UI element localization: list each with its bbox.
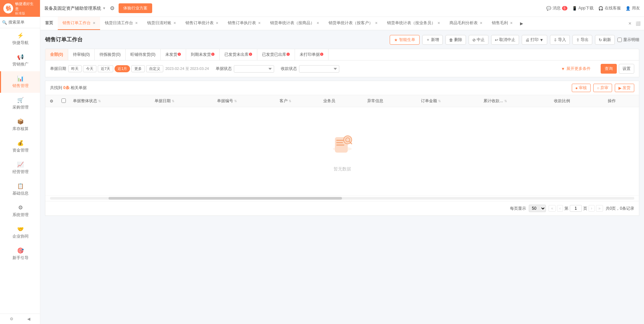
select-all-checkbox[interactable] xyxy=(61,98,66,103)
stop-btn[interactable]: ⊘ 中止 xyxy=(469,35,488,45)
page-input[interactable] xyxy=(570,205,582,212)
sidebar-item-operation[interactable]: 📈 经营管理 xyxy=(0,157,40,179)
tab-close-cash-reconcile[interactable]: ✕ xyxy=(173,21,176,25)
first-page-btn[interactable]: « xyxy=(549,205,556,212)
filter-status-select[interactable] xyxy=(234,65,274,73)
sidebar-item-search[interactable]: 🔍 搜索菜单 xyxy=(0,17,40,28)
sort-amount-icon[interactable]: ⇅ xyxy=(438,99,441,103)
message-badge: 6 xyxy=(562,6,567,10)
pagination-bar: 每页显示 10 20 50 100 « ‹ 第 页 › » 共0页，0条记录 xyxy=(45,201,639,215)
date-btn-yesterday[interactable]: 昨天 xyxy=(68,65,82,72)
tab-close-stats-staff[interactable]: ✕ xyxy=(437,21,440,25)
tab-close-stats-customer[interactable]: ✕ xyxy=(375,21,378,25)
tab-close-gross-profit[interactable]: ✕ xyxy=(480,21,482,25)
app-download-item[interactable]: 📱 App下载 xyxy=(572,5,594,11)
tab-sales-stats[interactable]: 销售订单统计表 ✕ xyxy=(181,17,223,30)
filter-settings-btn[interactable]: 设置 xyxy=(619,64,634,74)
import-btn[interactable]: ⇩ 导入 xyxy=(550,35,570,45)
sidebar-item-basic-info[interactable]: 📋 基础信息 xyxy=(0,179,40,200)
sort-date-icon[interactable]: ⇅ xyxy=(172,99,174,103)
tab-cash-reconcile[interactable]: 钱货日清对账 ✕ xyxy=(142,17,181,30)
date-btn-1month[interactable]: 近1月 xyxy=(115,65,130,72)
settings-bottom-icon[interactable]: ⚙ xyxy=(10,317,13,321)
refresh-btn[interactable]: ↻ 刷新 xyxy=(595,35,615,45)
batch-review-btn[interactable]: ● 审核 xyxy=(572,84,591,92)
subtab-pending-review[interactable]: 待审核(0) xyxy=(68,49,95,60)
industry-btn[interactable]: 体验行业方案 xyxy=(119,3,152,13)
subtab-wangpu-ship[interactable]: 旺铺待发货(0) xyxy=(126,49,161,60)
tab-sales-stats-customer[interactable]: 销货单统计表（按客户） ✕ xyxy=(324,17,382,30)
tab-close-stats-product[interactable]: ✕ xyxy=(316,21,319,25)
tab-sales-more[interactable]: 销售毛利 ✕ xyxy=(487,17,517,30)
smart-create-btn[interactable]: ★ 智能生单 xyxy=(390,35,420,45)
date-btn-today[interactable]: 今天 xyxy=(83,65,96,72)
date-btn-custom[interactable]: 自定义 xyxy=(146,65,163,72)
tab-sales-stats-product[interactable]: 销货单统计表（按商品） ✕ xyxy=(265,17,324,30)
subtab-shipped-not-in[interactable]: 已发货未出库❶ xyxy=(220,49,257,60)
date-btn-more[interactable]: 更多 xyxy=(131,65,145,72)
tab-home[interactable]: 首页 xyxy=(40,17,58,30)
tabbar-close-all-icon[interactable]: ✕ xyxy=(627,21,633,27)
expand-more-btn[interactable]: ▼ 展开更多条件 xyxy=(561,66,591,72)
tab-gross-profit[interactable]: 商品毛利分析表 ✕ xyxy=(445,17,487,30)
tab-close-sales-workbench[interactable]: ✕ xyxy=(93,21,95,25)
tab-sales-workbench[interactable]: 销售订单工作台 ✕ xyxy=(58,17,100,30)
delete-btn[interactable]: 🗑 删除 xyxy=(445,35,466,45)
mobile-icon: 📱 xyxy=(572,6,577,11)
user-item[interactable]: 👤 用友 xyxy=(626,5,640,11)
sidebar-item-guide[interactable]: 🎯 新手引导 xyxy=(0,243,40,265)
prev-page-btn[interactable]: ‹ xyxy=(557,205,563,212)
sort-customer-icon[interactable]: ⇅ xyxy=(289,99,291,103)
last-page-btn[interactable]: » xyxy=(596,205,603,212)
tab-close-sales-stats[interactable]: ✕ xyxy=(216,21,218,25)
add-btn[interactable]: ＋ 新增 xyxy=(422,35,443,45)
online-service-item[interactable]: 🎧 在线客服 xyxy=(598,5,621,11)
tab-cash-daily[interactable]: 钱货日清工作台 ✕ xyxy=(100,17,142,30)
topbar-right: 💬 消息 6 📱 App下载 🎧 在线客服 👤 用友 xyxy=(546,5,640,11)
subtab-pending-check[interactable]: 待拣验货(0) xyxy=(95,49,126,60)
tab-close-sales-more[interactable]: ✕ xyxy=(510,21,513,25)
collapse-icon[interactable]: ◀ xyxy=(27,317,30,321)
print-btn[interactable]: 🖨 打印 ▼ xyxy=(522,35,547,45)
subtab-not-printed[interactable]: 未打印单据❶ xyxy=(295,49,329,60)
date-btn-7days[interactable]: 近7天 xyxy=(98,65,113,72)
scrollbar-thumb[interactable] xyxy=(109,197,342,200)
message-icon: 💬 xyxy=(546,6,551,11)
tab-close-cash-daily[interactable]: ✕ xyxy=(135,21,138,25)
page-size-select[interactable]: 10 20 50 100 xyxy=(529,205,546,212)
tab-sales-execute[interactable]: 销售订单执行表 ✕ xyxy=(223,17,265,30)
next-page-btn[interactable]: › xyxy=(589,205,595,212)
show-detail-checkbox[interactable] xyxy=(617,38,622,42)
sidebar-item-purchase[interactable]: 🛒 采购管理 xyxy=(0,93,40,114)
subtab-not-shipped[interactable]: 未发货❶ xyxy=(161,49,186,60)
tabbar-restore-icon[interactable]: ⬜ xyxy=(634,21,642,27)
subtab-shipped-in[interactable]: 已发货已出库❶ xyxy=(257,49,295,60)
sidebar-item-cooperation[interactable]: 🤝 企业协同 xyxy=(0,222,40,243)
sidebar-item-finance[interactable]: 💰 资金管理 xyxy=(0,136,40,157)
table-batch-actions: ● 审核 ○ 弃审 ▶ 发货 xyxy=(572,84,635,92)
sort-status-icon[interactable]: ⇅ xyxy=(98,99,101,103)
sidebar-item-marketing[interactable]: 📢 营销推广 xyxy=(0,50,40,71)
query-btn[interactable]: 查询 xyxy=(601,64,617,74)
subtab-all[interactable]: 全部(0) xyxy=(45,49,68,60)
filter-collection-select[interactable] xyxy=(299,65,339,73)
topbar-settings-icon[interactable]: ⚙ xyxy=(110,5,115,11)
sidebar-item-sales[interactable]: 📊 销售管理 xyxy=(0,71,40,93)
message-item[interactable]: 💬 消息 6 xyxy=(546,5,567,11)
cancel-stop-btn[interactable]: ↩ 取消中止 xyxy=(491,35,519,45)
batch-ship-btn[interactable]: ▶ 发货 xyxy=(615,84,634,92)
sort-number-icon[interactable]: ⇅ xyxy=(234,99,237,103)
tabbar-more-btn[interactable]: ▶ xyxy=(517,21,526,26)
sidebar-item-quick-nav[interactable]: ⚡ 快捷导航 xyxy=(0,28,40,50)
tab-close-sales-execute[interactable]: ✕ xyxy=(258,21,261,25)
sort-collected-icon[interactable]: ⇅ xyxy=(504,99,507,103)
col-settings[interactable]: ⚙ xyxy=(45,95,57,107)
batch-cancel-review-btn[interactable]: ○ 弃审 xyxy=(593,84,612,92)
export-btn[interactable]: ⇧ 导出 xyxy=(572,35,592,45)
subtab-overdue-ship[interactable]: 到期未发货❶ xyxy=(186,49,220,60)
app-logo: 畅 畅捷通好生意 标准版 xyxy=(0,0,40,17)
sidebar-item-system[interactable]: ⚙ 系统管理 xyxy=(0,200,40,222)
tab-sales-stats-staff[interactable]: 销货单统计表（按业务员） ✕ xyxy=(382,17,445,30)
sidebar-item-inventory[interactable]: 📦 库存核算 xyxy=(0,114,40,136)
col-check xyxy=(57,95,70,107)
